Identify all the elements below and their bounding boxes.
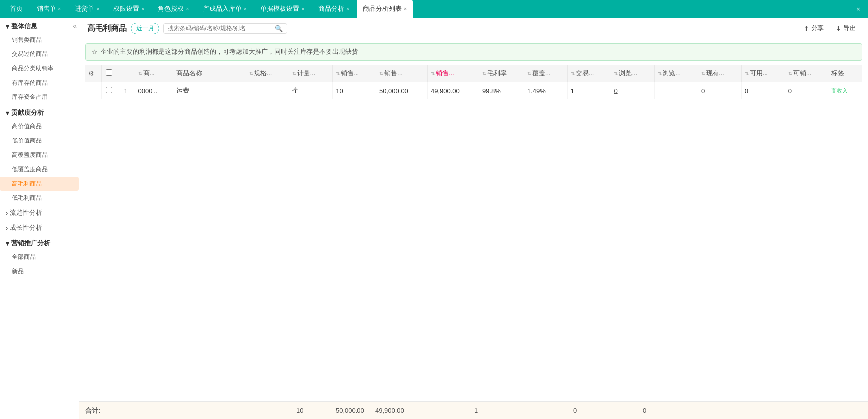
- sidebar-item-stock-capital[interactable]: 库存资金占用: [0, 90, 79, 104]
- footer-stock-current: 0: [570, 407, 610, 414]
- export-button[interactable]: ⬇ 导出: [832, 22, 860, 35]
- cell-sales-qty: 10: [333, 82, 376, 99]
- close-template-tab[interactable]: ×: [301, 6, 304, 12]
- sidebar-group-contribution[interactable]: ▾ 贡献度分析: [0, 104, 79, 119]
- sidebar-item-low-margin[interactable]: 低毛利商品: [0, 191, 79, 205]
- close-inbound-tab[interactable]: ×: [244, 6, 247, 12]
- col-gross-rate[interactable]: ⇅毛利率: [479, 65, 524, 82]
- table-footer: 合计: 10 50,000.00 49,900.00 1 0 0: [79, 401, 868, 419]
- sidebar-item-traded-goods[interactable]: 交易过的商品: [0, 47, 79, 61]
- footer-transactions: 1: [471, 407, 511, 414]
- select-all-checkbox[interactable]: [106, 69, 112, 76]
- col-browse2[interactable]: ⇅浏览...: [655, 65, 698, 82]
- col-stock-current[interactable]: ⇅现有...: [698, 65, 742, 82]
- col-spec[interactable]: ⇅规格...: [246, 65, 289, 82]
- close-sales-tab[interactable]: ×: [58, 6, 61, 12]
- col-stock-available[interactable]: ⇅可用...: [741, 65, 785, 82]
- filter-recent-month-button[interactable]: 近一月: [131, 23, 159, 34]
- footer-spacer4: [412, 407, 442, 414]
- cell-gross-rate: 99.8%: [479, 82, 524, 99]
- col-transactions[interactable]: ⇅交易...: [567, 65, 611, 82]
- row-checkbox[interactable]: [106, 87, 112, 93]
- nav-tab-permissions[interactable]: 权限设置 ×: [107, 0, 150, 18]
- cell-tag: 高收入: [828, 82, 862, 99]
- sidebar-item-high-margin[interactable]: 高毛利商品: [0, 177, 79, 191]
- footer-spacer5: [442, 407, 471, 414]
- col-coverage[interactable]: ⇅覆盖...: [524, 65, 567, 82]
- close-roles-tab[interactable]: ×: [186, 6, 189, 12]
- nav-tab-purchase[interactable]: 进货单 ×: [69, 0, 105, 18]
- cell-settings: [85, 82, 101, 99]
- close-purchase-tab[interactable]: ×: [96, 6, 99, 12]
- footer-sales-profit: 49,900.00: [372, 407, 412, 414]
- nav-tab-template[interactable]: 单据模板设置 ×: [255, 0, 310, 18]
- info-text: 企业的主要的利润都是这部分商品创造的，可考虑加大推广，同时关注库存是不要出现缺货: [101, 47, 358, 56]
- share-button[interactable]: ⬆ 分享: [800, 22, 828, 35]
- sidebar-group-trend[interactable]: › 流趋性分析: [0, 205, 79, 220]
- nav-tab-inbound[interactable]: 产成品入库单 ×: [197, 0, 253, 18]
- close-all-button[interactable]: ×: [852, 4, 864, 13]
- nav-tab-product-analysis[interactable]: 商品分析 ×: [312, 0, 355, 18]
- sidebar-group-growth[interactable]: › 成长性分析: [0, 220, 79, 235]
- nav-tab-sales[interactable]: 销售单 ×: [31, 0, 67, 18]
- cell-browse2: [655, 82, 698, 99]
- content-area: 高毛利商品 近一月 🔍 ⬆ 分享 ⬇ 导出 ☆ 企业的主要的利润都是这部分商品创…: [79, 18, 868, 419]
- sidebar-item-low-coverage[interactable]: 低覆盖度商品: [0, 162, 79, 177]
- cell-sales-profit: 49,900.00: [427, 82, 479, 99]
- col-unit[interactable]: ⇅计量...: [289, 65, 333, 82]
- cell-num: 1: [117, 82, 135, 99]
- col-sales-profit[interactable]: ⇅销售...: [427, 65, 479, 82]
- search-icon[interactable]: 🔍: [275, 25, 283, 32]
- table-row: 1 0000... 运费 个 10 50,000.00 49,900.00 99…: [85, 82, 862, 99]
- close-permissions-tab[interactable]: ×: [141, 6, 144, 12]
- footer-stock-saleable: 0: [640, 407, 679, 414]
- data-table: ⚙ ⇅商... 商品名称 ⇅规格... ⇅计量... ⇅销售... ⇅销售...…: [85, 65, 862, 99]
- nav-tab-home[interactable]: 首页: [4, 0, 29, 18]
- cell-browse1[interactable]: 0: [611, 82, 655, 99]
- cell-stock-available: 0: [741, 82, 785, 99]
- col-sales-amount[interactable]: ⇅销售...: [376, 65, 428, 82]
- sidebar-group-marketing[interactable]: ▾ 营销推广分析: [0, 235, 79, 250]
- col-sales-qty[interactable]: ⇅销售...: [333, 65, 376, 82]
- nav-tab-product-analysis-list[interactable]: 商品分析列表 ×: [357, 0, 412, 18]
- col-browse1[interactable]: ⇅浏览...: [611, 65, 655, 82]
- chevron-down-icon-3: ▾: [6, 240, 9, 247]
- content-header: 高毛利商品 近一月 🔍 ⬆ 分享 ⬇ 导出: [79, 18, 868, 39]
- sidebar-item-high-coverage[interactable]: 高覆盖度商品: [0, 148, 79, 162]
- cell-spec: [246, 82, 289, 99]
- cell-checkbox[interactable]: [101, 82, 117, 99]
- top-nav: 首页 销售单 × 进货单 × 权限设置 × 角色授权 × 产成品入库单 × 单据…: [0, 0, 868, 18]
- close-product-analysis-list-tab[interactable]: ×: [404, 6, 407, 12]
- table-container[interactable]: ⚙ ⇅商... 商品名称 ⇅规格... ⇅计量... ⇅销售... ⇅销售...…: [79, 65, 868, 401]
- search-input[interactable]: [168, 25, 273, 32]
- sidebar-collapse-button[interactable]: «: [73, 22, 77, 30]
- share-icon: ⬆: [804, 25, 809, 32]
- col-code[interactable]: ⇅商...: [135, 65, 173, 82]
- col-settings[interactable]: ⚙: [85, 65, 101, 82]
- sidebar-item-sales-goods[interactable]: 销售类商品: [0, 33, 79, 47]
- cell-unit: 个: [289, 82, 333, 99]
- col-stock-saleable[interactable]: ⇅可销...: [785, 65, 828, 82]
- col-num: [117, 65, 135, 82]
- table-header-row: ⚙ ⇅商... 商品名称 ⇅规格... ⇅计量... ⇅销售... ⇅销售...…: [85, 65, 862, 82]
- sidebar-item-new-goods[interactable]: 新品: [0, 264, 79, 279]
- sidebar-item-low-value[interactable]: 低价值商品: [0, 134, 79, 148]
- col-checkbox[interactable]: [101, 65, 117, 82]
- footer-spacer8: [610, 407, 640, 414]
- footer-sales-amount: 50,000.00: [333, 407, 372, 414]
- chevron-down-icon-2: ▾: [6, 109, 9, 117]
- search-box: 🔍: [163, 23, 287, 34]
- sidebar-item-in-stock-goods[interactable]: 有库存的商品: [0, 76, 79, 90]
- footer-label: 合计:: [85, 406, 125, 415]
- footer-spacer1: [125, 407, 224, 414]
- nav-tab-roles[interactable]: 角色授权 ×: [152, 0, 195, 18]
- sidebar-group-overall[interactable]: ▾ 整体信息: [0, 18, 79, 33]
- footer-spacer2: [224, 407, 263, 414]
- sidebar-item-high-value[interactable]: 高价值商品: [0, 119, 79, 134]
- chevron-down-icon: ▾: [6, 23, 9, 30]
- export-icon: ⬇: [836, 25, 841, 32]
- cell-stock-saleable: 0: [785, 82, 828, 99]
- sidebar-item-all-goods[interactable]: 全部商品: [0, 250, 79, 264]
- close-product-analysis-tab[interactable]: ×: [346, 6, 349, 12]
- sidebar-item-category-rate[interactable]: 商品分类助销率: [0, 61, 79, 76]
